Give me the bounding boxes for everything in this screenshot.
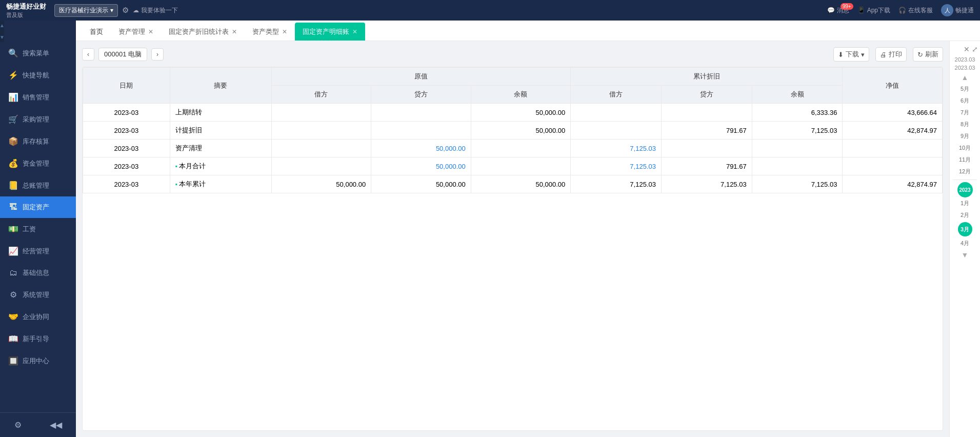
scroll-down-arrow[interactable]: ▼ — [0, 33, 6, 41]
right-panel: ✕ ⤢ 2023.03 2023.03 ▲ 5月 6月 7月 8月 9月 10月… — [949, 41, 980, 437]
sidebar-item-basic[interactable]: 🗂 基础信息 — [0, 262, 76, 284]
sales-icon: 📊 — [8, 92, 18, 102]
sidebar-item-inventory[interactable]: 📦 库存核算 — [0, 130, 76, 152]
table-row-year-total: 2023-03 ▪本年累计 50,000.00 50,000.00 50,000… — [83, 175, 943, 193]
top-bar-left: 畅捷通好业财 普及版 医疗器械行业演示 ▾ ⚙ ☁ 我要体验一下 — [6, 2, 178, 19]
print-icon: 🖨 — [880, 51, 887, 58]
sidebar-bottom: ⚙ ◀◀ — [0, 412, 76, 437]
next-asset-button[interactable]: › — [151, 48, 164, 61]
col-orig-debit: 借方 — [271, 86, 371, 104]
inventory-icon: 📦 — [8, 136, 18, 146]
operations-icon: 📈 — [8, 246, 18, 256]
sidebar-item-search[interactable]: 🔍 搜索菜单 — [0, 42, 76, 64]
sidebar-item-salary[interactable]: 💵 工资 — [0, 218, 76, 240]
tab-asset-detail-close[interactable]: ✕ — [352, 28, 357, 35]
sidebar-item-appstore[interactable]: 🔲 应用中心 — [0, 350, 76, 372]
download-button[interactable]: ⬇ 下载 ▾ — [833, 47, 869, 62]
col-original-value: 原值 — [271, 68, 571, 86]
tab-asset-detail[interactable]: 固定资产明细账 ✕ — [295, 23, 365, 41]
timeline-month-7[interactable]: 7月 — [950, 107, 980, 118]
sidebar-item-collab[interactable]: 🤝 企业协同 — [0, 306, 76, 328]
sidebar-item-purchase[interactable]: 🛒 采购管理 — [0, 108, 76, 130]
top-bar-right: 💬 消息 99+ 📱 App下载 🎧 在线客服 人 畅捷通 — [827, 4, 974, 16]
sidebar: ▲ ▼ 🔍 搜索菜单 ⚡ 快捷导航 📊 销售管理 🛒 采购管理 📦 — [0, 21, 76, 437]
timeline-header-top2: 2023.03 — [955, 64, 975, 72]
messages-button[interactable]: 💬 消息 99+ — [827, 6, 849, 15]
toolbar: ‹ 000001 电脑 › ⬇ 下载 ▾ 🖨 — [82, 47, 943, 62]
basic-icon: 🗂 — [8, 268, 18, 277]
sidebar-item-fixed-assets[interactable]: 🏗 固定资产 — [0, 196, 76, 218]
data-table: 日期 摘要 原值 累计折旧 净值 借方 贷方 余额 借方 — [83, 67, 943, 193]
user-avatar[interactable]: 人 畅捷通 — [941, 4, 974, 16]
quicknav-icon: ⚡ — [8, 70, 18, 80]
collab-icon: 🤝 — [8, 312, 18, 322]
col-orig-credit: 贷方 — [371, 86, 471, 104]
tab-home[interactable]: 首页 — [82, 23, 111, 41]
table-row-month-total: 2023-03 ▪本月合计 50,000.00 7,125.03 791.67 — [83, 157, 943, 175]
table-row: 2023-03 计提折旧 50,000.00 791.67 7,125.03 4… — [83, 122, 943, 140]
sidebar-settings-button[interactable]: ⚙ — [11, 417, 25, 433]
online-service-button[interactable]: 🎧 在线客服 — [898, 6, 933, 15]
sidebar-scrollbar[interactable]: ▲ ▼ — [0, 21, 4, 42]
col-dep-credit: 贷方 — [661, 86, 752, 104]
sidebar-item-system[interactable]: ⚙ 系统管理 — [0, 284, 76, 306]
ledger-icon: 📒 — [8, 181, 18, 190]
right-panel-top-btns: ✕ ⤢ — [950, 43, 980, 55]
sidebar-collapse-button[interactable]: ◀◀ — [47, 417, 65, 433]
timeline-month-12[interactable]: 12月 — [950, 166, 980, 177]
tab-depreciation-stat-close[interactable]: ✕ — [232, 28, 237, 35]
salary-icon: 💵 — [8, 224, 18, 234]
timeline-month-11[interactable]: 11月 — [950, 154, 980, 166]
tab-asset-mgmt-close[interactable]: ✕ — [148, 28, 153, 35]
funds-icon: 💰 — [8, 158, 18, 168]
panel-expand-button[interactable]: ⤢ — [972, 45, 978, 53]
prev-asset-button[interactable]: ‹ — [82, 48, 94, 61]
app-download-button[interactable]: 📱 App下载 — [857, 6, 890, 15]
avatar-icon: 人 — [941, 4, 953, 16]
sidebar-item-operations[interactable]: 📈 经营管理 — [0, 240, 76, 262]
sidebar-item-funds[interactable]: 💰 资金管理 — [0, 152, 76, 174]
sidebar-item-guide[interactable]: 📖 新手引导 — [0, 328, 76, 350]
timeline-month-5[interactable]: 5月 — [950, 83, 980, 95]
tab-asset-type-close[interactable]: ✕ — [282, 28, 287, 35]
tab-depreciation-stat[interactable]: 固定资产折旧统计表 ✕ — [161, 23, 245, 41]
logo: 畅捷通好业财 普及版 — [6, 2, 46, 19]
print-button[interactable]: 🖨 打印 — [875, 47, 907, 62]
col-dep-balance: 余额 — [752, 86, 843, 104]
top-bar: 畅捷通好业财 普及版 医疗器械行业演示 ▾ ⚙ ☁ 我要体验一下 💬 消息 99… — [0, 0, 980, 21]
timeline-month-8[interactable]: 8月 — [950, 118, 980, 130]
sidebar-item-quicknav[interactable]: ⚡ 快捷导航 — [0, 64, 76, 86]
company-selector[interactable]: 医疗器械行业演示 ▾ — [54, 4, 118, 17]
guide-icon: 📖 — [8, 334, 18, 344]
refresh-icon: ↻ — [917, 51, 923, 58]
table-row: 2023-03 资产清理 50,000.00 7,125.03 — [83, 140, 943, 157]
tab-bar: 首页 资产管理 ✕ 固定资产折旧统计表 ✕ 资产类型 ✕ 固定资产明细账 ✕ — [76, 21, 980, 41]
timeline-month-6[interactable]: 6月 — [950, 95, 980, 107]
tab-asset-mgmt[interactable]: 资产管理 ✕ — [111, 23, 161, 41]
refresh-button[interactable]: ↻ 刷新 — [913, 47, 943, 62]
timeline-month-1[interactable]: 1月 — [950, 197, 980, 209]
timeline-month-3[interactable]: 3月 — [958, 222, 972, 236]
download-icon: ⬇ — [838, 51, 844, 58]
timeline-scroll-up[interactable]: ▲ — [960, 72, 970, 83]
main-panel: ‹ 000001 电脑 › ⬇ 下载 ▾ 🖨 — [76, 41, 949, 437]
experience-button[interactable]: ☁ 我要体验一下 — [133, 6, 178, 15]
col-net-value: 净值 — [843, 68, 943, 104]
timeline-year-2023: 2023 — [957, 182, 973, 197]
panel-close-button[interactable]: ✕ — [964, 45, 970, 53]
timeline-month-9[interactable]: 9月 — [950, 130, 980, 142]
sidebar-item-sales[interactable]: 📊 销售管理 — [0, 86, 76, 108]
table-row: 2023-03 上期结转 50,000.00 6,333.36 43,666.6… — [83, 104, 943, 122]
col-orig-balance: 余额 — [471, 86, 571, 104]
col-dep-debit: 借方 — [571, 86, 662, 104]
asset-code-tag: 000001 电脑 — [98, 48, 147, 61]
timeline-scroll-down[interactable]: ▼ — [960, 249, 970, 261]
sidebar-item-ledger[interactable]: 📒 总账管理 — [0, 174, 76, 196]
col-date: 日期 — [83, 68, 170, 104]
tab-asset-type[interactable]: 资产类型 ✕ — [245, 23, 295, 41]
timeline-month-4[interactable]: 4月 — [950, 237, 980, 249]
timeline-month-2[interactable]: 2月 — [950, 209, 980, 221]
scroll-up-arrow[interactable]: ▲ — [0, 22, 6, 29]
settings-icon[interactable]: ⚙ — [122, 6, 129, 15]
timeline-month-10[interactable]: 10月 — [950, 142, 980, 154]
